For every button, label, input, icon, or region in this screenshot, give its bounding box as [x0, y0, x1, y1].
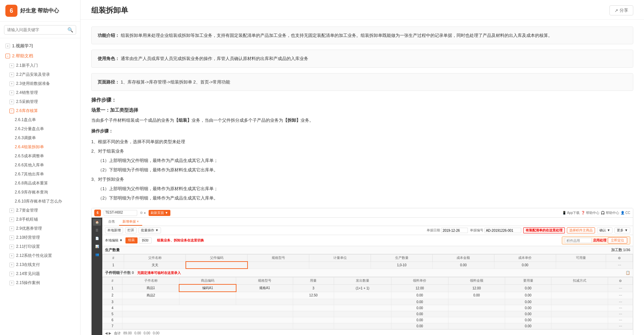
mock-lower-action[interactable]: 📋 — [626, 271, 630, 275]
sidebar-item-docs[interactable]: − 2.帮助文档 — [0, 51, 80, 61]
mock-btn-select-assembly[interactable]: 选择积件主商品 — [567, 227, 595, 233]
search-box[interactable]: 🔍 — [4, 25, 76, 35]
mock-docnum-field: 单据编号 — [470, 228, 521, 233]
mock-tab-new[interactable]: 新增单据 × — [119, 218, 142, 226]
sidebar-item-2.6.6[interactable]: 2.6.6其他入库单 — [15, 161, 80, 170]
mock-ltd-ops[interactable]: ⋯ — [608, 284, 633, 292]
mock-btn-batch[interactable]: 批量操作 ▼ — [139, 227, 161, 233]
mock-ltd-deduct — [551, 323, 608, 329]
sidebar-item-2.13[interactable]: + 2.13在线支付 — [9, 260, 80, 269]
sidebar-item-2.4[interactable]: + 2.4销售管理 — [9, 88, 80, 97]
mock-sidebar-list[interactable]: ☰ — [93, 227, 101, 234]
mock-ltd-deduct — [551, 292, 608, 299]
mock-confirm-input[interactable] — [565, 238, 592, 243]
mock-ltd-ops[interactable]: ⋯ — [608, 311, 633, 317]
mock-ltd-num: 2 — [103, 292, 122, 299]
mock-lth-deduct: 扣减方式 — [551, 277, 608, 285]
mock-th-ops: ⚙ — [606, 255, 633, 262]
mock-ltd-num: 5 — [103, 311, 122, 317]
mock-ltd-ops[interactable]: ⋯ — [608, 323, 633, 329]
mock-sidebar-chart[interactable]: 📊 — [93, 243, 101, 250]
mock-btn-open[interactable]: 打开 — [125, 227, 137, 233]
mock-ltd-ops[interactable]: ⋯ — [608, 299, 633, 305]
mock-lth-mat-price: 领料单价 — [391, 277, 448, 285]
mock-docnum-input[interactable] — [484, 228, 521, 233]
mock-td-row-ops[interactable]: ⋯ — [606, 262, 633, 269]
sidebar-item-2.6.9[interactable]: 2.6.9库存账本查询 — [15, 188, 80, 197]
sidebar-item-2.6.10[interactable]: 2.6.10库存账本错了怎么办 — [15, 197, 80, 206]
mock-date-input[interactable] — [441, 228, 468, 233]
mock-locate-btn[interactable]: 立即定位 — [608, 237, 627, 243]
sidebar-item-2.6.1[interactable]: 2.6.1盘点单 — [15, 115, 80, 124]
sidebar-item-2.15[interactable]: + 2.15操作案例 — [9, 278, 80, 287]
mock-ltd-issue — [334, 311, 391, 317]
sidebar-item-2.2[interactable]: + 2.2产品安装及登录 — [9, 70, 80, 79]
mock-ltd-num: 3 — [103, 299, 122, 305]
mock-sidebar-home[interactable]: 🏠 — [93, 219, 101, 226]
mock-btn-confirm[interactable]: 确认 ▼ — [597, 227, 613, 233]
mock-sidebar-person[interactable]: 👥 — [93, 251, 101, 258]
sidebar-item-2.11[interactable]: + 2.11打印设置 — [9, 242, 80, 251]
sidebar-item-label: 2.6.10库存账本错了怎么办 — [15, 199, 62, 204]
nav-tree: + 1.视频学习 − 2.帮助文档 + 2.1新手入门 + 2.2产品安装及登录… — [0, 38, 80, 335]
share-icon: ↗ — [614, 8, 618, 13]
mock-th-num: # — [103, 255, 124, 262]
mock-ltd-ops[interactable]: ⋯ — [608, 317, 633, 323]
mock-ui: 6 TEST-H002 ⚙ ● 刷新页面 ▼ 📱 App下载 ❓ 帮助中心 🎧 … — [92, 208, 633, 335]
expand-icon: + — [9, 100, 14, 104]
mock-disassembly-type[interactable]: 拆卸 — [139, 237, 152, 243]
mock-ltd-ops[interactable]: ⋯ — [608, 292, 633, 299]
mock-ltd-num: 4 — [103, 305, 122, 311]
mock-ltd-req: 0.00 — [505, 299, 551, 305]
search-icon[interactable]: 🔍 — [67, 27, 73, 33]
mock-ltd-issue: (1+1 + 1) — [334, 284, 391, 292]
steps-list: 1、根据不同的业务，选择不同单据的类型来处理 2、对于组装业务 （1）上部明细为… — [91, 137, 633, 203]
sidebar-item-2.7[interactable]: + 2.7资金管理 — [9, 206, 80, 215]
mock-upper-section: 生产数量 加工数 1/36 # 父件名称 父件编码 规格型号 — [102, 246, 633, 269]
sidebar-item-2.3[interactable]: + 2.3使用前数据准备 — [9, 79, 80, 88]
share-label: 分享 — [620, 7, 628, 13]
mock-sidebar-doc[interactable]: 📄 — [93, 235, 101, 242]
expand-icon: + — [9, 226, 14, 231]
sidebar-item-2.6[interactable]: − 2.6库存核算 — [9, 106, 80, 115]
sidebar-item-2.6.3[interactable]: 2.6.3调拨单 — [15, 133, 80, 143]
sidebar-item-2.6.5[interactable]: 2.6.5成本调整单 — [15, 152, 80, 161]
sidebar-item-label: 2.8手机旺铺 — [16, 217, 38, 222]
sidebar-item-2.1[interactable]: + 2.1新手入门 — [9, 61, 80, 70]
expand-icon: + — [5, 44, 10, 48]
sidebar-item-2.8[interactable]: + 2.8手机旺铺 — [9, 215, 80, 224]
screenshot-container: 6 TEST-H002 ⚙ ● 刷新页面 ▼ 📱 App下载 ❓ 帮助中心 🎧 … — [91, 208, 633, 335]
mock-logo-icon: 6 — [94, 210, 101, 216]
sidebar-item-label: 2.6.5成本调整单 — [15, 153, 44, 159]
sidebar-item-2.6.8[interactable]: 2.6.8商品成本重算 — [15, 179, 80, 188]
sidebar-item-label: 2.帮助文档 — [12, 53, 33, 59]
mock-ltd-issue — [334, 305, 391, 311]
mock-th-spec: 规格型号 — [248, 255, 309, 262]
mock-ltd-deduct — [551, 305, 608, 311]
mock-total-label: 合计 — [114, 331, 121, 335]
mock-assembly-type[interactable]: 组装 — [125, 237, 138, 243]
sidebar-item-2.5[interactable]: + 2.5采购管理 — [9, 97, 80, 106]
mock-ltd-ops[interactable]: ⋯ — [608, 305, 633, 311]
mock-tab-self[interactable]: 自售 — [105, 218, 118, 226]
mock-type-annotation: 组装业务、拆卸业务在这里切换 — [157, 238, 204, 243]
sidebar-item-label: 2.4销售管理 — [16, 90, 38, 96]
sidebar-item-2.6.7[interactable]: 2.6.7其他出库单 — [15, 170, 80, 179]
sidebar-item-2.10[interactable]: + 2.10经营管理 — [9, 233, 80, 242]
sidebar-item-2.6.4[interactable]: 2.6.4组装拆卸单 — [15, 143, 80, 152]
mock-refresh-button[interactable]: 刷新页面 ▼ — [149, 210, 170, 216]
sidebar-item-2.12[interactable]: + 2.12系统个性化设置 — [9, 251, 80, 260]
share-button[interactable]: ↗ 分享 — [609, 5, 633, 15]
mock-ltd-amt — [448, 323, 505, 329]
mock-company-select[interactable]: TEST-H002 — [104, 210, 137, 216]
sidebar-item-video[interactable]: + 1.视频学习 — [0, 41, 80, 51]
sidebar-item-2.9[interactable]: + 2.9优惠券管理 — [9, 224, 80, 233]
sidebar-item-2.14[interactable]: + 2.14常见问题 — [9, 269, 80, 278]
mock-btn-more[interactable]: 更多 ▼ — [614, 227, 630, 233]
expand-icon: + — [9, 81, 14, 86]
search-area: 🔍 — [0, 22, 80, 38]
search-input[interactable] — [7, 27, 67, 32]
sidebar-item-2.6.2[interactable]: 2.6.2分量盘点单 — [15, 124, 80, 133]
mock-btn-local-add[interactable]: 本地新增 — [105, 227, 123, 233]
mock-ltd-req: 0.00 — [505, 284, 551, 292]
